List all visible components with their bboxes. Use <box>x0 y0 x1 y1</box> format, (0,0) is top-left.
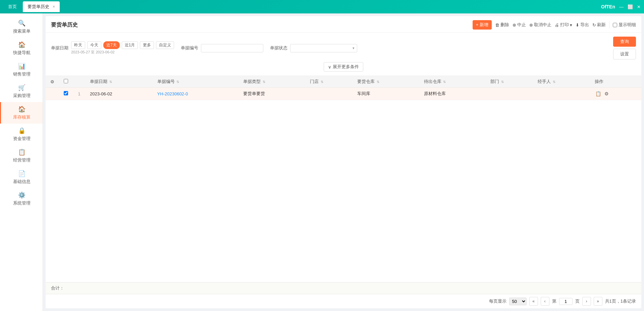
last-page-button[interactable]: » <box>594 297 602 306</box>
print-button[interactable]: 🖨 打印 ▾ <box>555 22 572 28</box>
per-page-label: 每页显示 <box>489 298 506 304</box>
refresh-icon: ↻ <box>592 23 596 28</box>
col-reqwarehouse-label: 要货仓库 <box>357 79 375 84</box>
row-checkbox-cell[interactable] <box>59 88 72 100</box>
page-header: 要货单历史 + 新增 🗑 删除 ⊗ 中止 ⊗ 取消中止 🖨 打印 <box>46 16 641 33</box>
status-filter-group: 单据状态 ▾ <box>270 44 357 52</box>
sidebar-item-basic[interactable]: 📄 基础信息 <box>0 167 43 188</box>
sidebar-item-inventory[interactable]: 🏠 库存核算 <box>0 102 43 124</box>
tab-home[interactable]: 首页 <box>3 1 21 12</box>
refresh-button[interactable]: ↻ 刷新 <box>592 22 606 28</box>
first-page-button[interactable]: « <box>529 297 538 306</box>
print-arrow-icon: ▾ <box>570 23 572 28</box>
sidebar-item-system[interactable]: ⚙️ 系统管理 <box>0 188 43 210</box>
col-doctype-label: 单据类型 <box>243 79 261 84</box>
sidebar-item-search[interactable]: 🔍 搜索菜单 <box>0 16 43 38</box>
sort-handler-icon: ⇅ <box>553 80 555 84</box>
export-button[interactable]: ⬇ 导出 <box>576 22 589 28</box>
status-select-wrapper: ▾ <box>290 44 357 52</box>
row-settings-cell <box>46 88 59 100</box>
sidebar-item-sales[interactable]: 📊 销售管理 <box>0 59 43 81</box>
suspend-button[interactable]: ⊗ 中止 <box>513 22 526 28</box>
sidebar-item-purchase[interactable]: 🛒 采购管理 <box>0 81 43 102</box>
sort-department-icon: ⇅ <box>501 80 504 84</box>
row-checkbox[interactable] <box>64 91 68 95</box>
new-button[interactable]: + 新增 <box>473 20 492 30</box>
col-department[interactable]: 部门 ⇅ <box>486 76 534 88</box>
query-button[interactable]: 查询 <box>613 37 636 47</box>
cancel-suspend-label: 取消中止 <box>534 22 551 28</box>
sidebar-item-operations[interactable]: 📋 经营管理 <box>0 145 43 167</box>
next-page-button[interactable]: › <box>582 297 591 306</box>
sidebar-item-finance[interactable]: 🔒 资金管理 <box>0 124 43 145</box>
sort-store-icon: ⇅ <box>321 80 323 84</box>
date-btn-today[interactable]: 今天 <box>87 41 101 49</box>
tab-requisition-history-label: 要货单历史 <box>28 4 49 10</box>
col-docno-label: 单据编号 <box>157 79 175 84</box>
lock-icon: 🔒 <box>18 127 25 134</box>
window-close-icon[interactable]: ✕ <box>637 4 641 9</box>
page-input[interactable] <box>559 298 573 305</box>
row-docno-link[interactable]: YH-20230602-0 <box>157 91 188 96</box>
sidebar-item-shortcut[interactable]: 🏠 快捷导航 <box>0 38 43 59</box>
row-edit-icon[interactable]: 📋 <box>595 90 602 97</box>
sidebar-item-purchase-label: 采购管理 <box>13 93 31 99</box>
table-row: 1 2023-06-02 YH-20230602-0 要货单要货 车间库 原材料… <box>46 88 641 100</box>
pagination-total-info: 共1页，1条记录 <box>605 298 636 304</box>
col-pendingwarehouse[interactable]: 待出仓库 ⇅ <box>420 76 487 88</box>
table-wrapper: ⚙ 单据日期 ⇅ 单据编号 ⇅ <box>46 76 641 282</box>
delete-button[interactable]: 🗑 删除 <box>495 22 509 28</box>
date-btn-custom[interactable]: 自定义 <box>156 41 174 49</box>
top-right-area: OfTEn — ⬜ ✕ <box>601 4 641 9</box>
expand-label: 展开更多条件 <box>333 64 359 70</box>
col-docno[interactable]: 单据编号 ⇅ <box>153 76 239 88</box>
filter-settings-button[interactable]: 设置 <box>613 49 636 59</box>
tab-requisition-history[interactable]: 要货单历史 × <box>23 1 60 12</box>
sort-docno-icon: ⇅ <box>176 80 179 84</box>
row-action-cell: 📋 ⚙ <box>591 88 641 100</box>
col-docdate[interactable]: 单据日期 ⇅ <box>86 76 153 88</box>
prev-page-button[interactable]: ‹ <box>541 297 549 306</box>
sidebar-item-sales-label: 销售管理 <box>13 71 31 77</box>
status-filter-select[interactable] <box>290 44 357 52</box>
date-btn-1month[interactable]: 近1月 <box>122 41 138 49</box>
cancel-suspend-icon: ⊗ <box>529 23 533 28</box>
date-filter-label: 单据日期 <box>51 45 68 51</box>
page-title: 要货单历史 <box>51 21 78 29</box>
pagination-bar: 每页显示 50 20 100 200 « ‹ 第 页 › » 共1页，1条记录 <box>46 294 641 308</box>
cancel-suspend-button[interactable]: ⊗ 取消中止 <box>529 22 551 28</box>
col-doctype[interactable]: 单据类型 ⇅ <box>239 76 306 88</box>
expand-filters-button[interactable]: ∨ 展开更多条件 <box>324 62 363 72</box>
date-btn-yesterday[interactable]: 昨天 <box>71 41 85 49</box>
sidebar-item-search-label: 搜索菜单 <box>13 28 31 34</box>
window-minimize-icon[interactable]: — <box>619 4 624 9</box>
export-icon: ⬇ <box>576 23 579 28</box>
page-size-select[interactable]: 50 20 100 200 <box>509 298 527 305</box>
docno-filter-input[interactable] <box>201 44 263 52</box>
cart-icon: 🛒 <box>18 84 25 91</box>
tab-close-icon[interactable]: × <box>53 4 55 9</box>
row-store-cell <box>306 88 353 100</box>
row-doctype-cell: 要货单要货 <box>239 88 306 100</box>
query-buttons: 查询 设置 <box>613 37 636 59</box>
sidebar-item-inventory-label: 库存核算 <box>13 114 31 120</box>
toolbar-divider <box>609 21 609 28</box>
sort-pendingwarehouse-icon: ⇅ <box>443 80 446 84</box>
date-btn-7days[interactable]: 近7天 <box>103 41 120 49</box>
row-docdate-cell: 2023-06-02 <box>86 88 153 100</box>
display-detail-checkbox[interactable] <box>613 23 617 27</box>
date-btn-more[interactable]: 更多 <box>140 41 154 49</box>
col-checkbox <box>59 76 72 88</box>
window-maximize-icon[interactable]: ⬜ <box>628 4 633 9</box>
select-all-checkbox[interactable] <box>64 79 68 83</box>
row-docno-cell[interactable]: YH-20230602-0 <box>153 88 239 100</box>
row-reqwarehouse-cell: 车间库 <box>353 88 420 100</box>
row-delete-icon[interactable]: ⚙ <box>604 90 609 97</box>
col-handler[interactable]: 经手人 ⇅ <box>534 76 591 88</box>
col-reqwarehouse[interactable]: 要货仓库 ⇅ <box>353 76 420 88</box>
col-settings[interactable]: ⚙ <box>46 76 59 88</box>
col-store[interactable]: 门店 ⇅ <box>306 76 353 88</box>
row-department-cell <box>486 88 534 100</box>
docno-filter-label: 单据编号 <box>181 45 198 51</box>
status-filter-label: 单据状态 <box>270 45 287 51</box>
